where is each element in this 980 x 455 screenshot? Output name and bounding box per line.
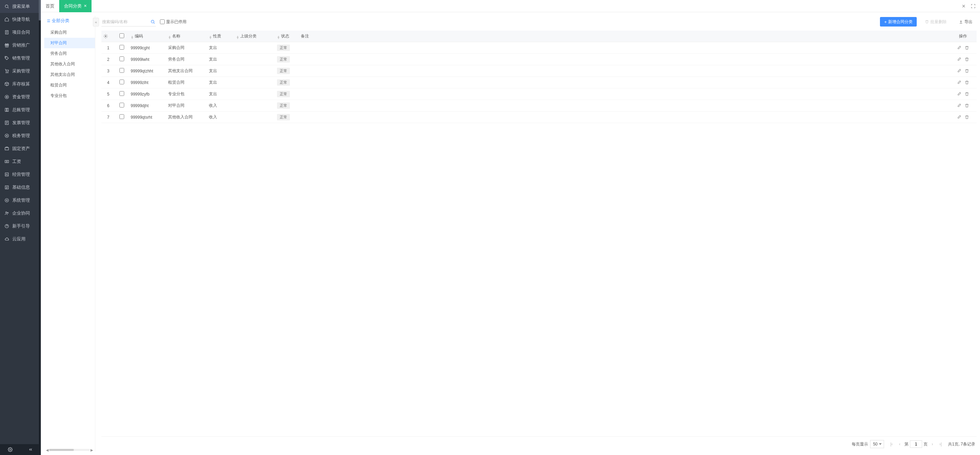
column-settings[interactable] <box>102 31 115 42</box>
sort-icon: ▲▼ <box>130 36 134 39</box>
sidebar-item-2[interactable]: 项目合同 <box>0 26 41 39</box>
edit-button[interactable] <box>957 46 961 50</box>
col-code[interactable]: ▲▼编码 <box>129 31 166 42</box>
category-hscroll[interactable]: ◀ ▶ <box>44 448 95 452</box>
select-all-checkbox[interactable] <box>119 33 124 38</box>
last-page-button[interactable]: ›| <box>937 441 944 447</box>
edit-button[interactable] <box>957 57 961 62</box>
edit-button[interactable] <box>957 92 961 96</box>
cell-status: 正常 <box>275 65 299 77</box>
sidebar-item-12[interactable]: 工资 <box>0 155 41 168</box>
category-item-0[interactable]: 采购合同 <box>44 27 95 38</box>
sidebar-item-label: 经营管理 <box>12 171 30 178</box>
svg-point-21 <box>151 20 154 23</box>
cell-code: 99999zlht <box>129 77 166 89</box>
sidebar-item-16[interactable]: 企业协同 <box>0 207 41 220</box>
col-status[interactable]: ▲▼状态 <box>275 31 299 42</box>
page-size-select[interactable]: 50 <box>870 440 884 448</box>
sidebar-item-3[interactable]: 营销推广 <box>0 39 41 52</box>
row-checkbox[interactable] <box>119 103 124 108</box>
fullscreen-button[interactable] <box>969 2 977 10</box>
category-item-5[interactable]: 租赁合同 <box>44 80 95 90</box>
svg-point-22 <box>105 36 106 37</box>
edit-icon <box>957 80 961 85</box>
delete-button[interactable] <box>965 115 969 119</box>
edit-button[interactable] <box>957 103 961 108</box>
page-input[interactable] <box>910 441 922 448</box>
sidebar-item-0[interactable]: 搜索菜单 <box>0 0 41 13</box>
sidebar-item-8[interactable]: 总账管理 <box>0 103 41 116</box>
sidebar-item-6[interactable]: 库存核算 <box>0 78 41 90</box>
settings-button[interactable] <box>0 444 21 455</box>
category-item-3[interactable]: 其他收入合同 <box>44 59 95 70</box>
delete-button[interactable] <box>965 69 969 73</box>
delete-button[interactable] <box>965 92 969 96</box>
edit-icon <box>957 69 961 73</box>
sidebar-item-5[interactable]: 采购管理 <box>0 65 41 78</box>
edit-icon <box>957 46 961 50</box>
col-nature[interactable]: ▲▼性质 <box>207 31 234 42</box>
tab-0[interactable]: 首页 <box>41 0 59 12</box>
sort-icon: ▲▼ <box>236 36 239 39</box>
col-remark[interactable]: 备注 <box>299 31 950 42</box>
category-item-4[interactable]: 其他支出合同 <box>44 70 95 80</box>
sidebar-item-18[interactable]: 云应用 <box>0 233 41 246</box>
row-checkbox[interactable] <box>119 45 124 50</box>
list-icon: ☰ <box>47 19 50 23</box>
search-input[interactable] <box>102 17 156 27</box>
sidebar-item-4[interactable]: 销售管理 <box>0 52 41 65</box>
edit-button[interactable] <box>957 115 961 119</box>
row-checkbox[interactable] <box>119 91 124 96</box>
sidebar-item-7[interactable]: 资金管理 <box>0 90 41 103</box>
category-item-2[interactable]: 劳务合同 <box>44 48 95 59</box>
row-checkbox[interactable] <box>119 79 124 84</box>
category-item-6[interactable]: 专业分包 <box>44 90 95 101</box>
sidebar-item-14[interactable]: 基础信息 <box>0 181 41 194</box>
sidebar-item-label: 企业协同 <box>12 210 30 216</box>
category-item-1[interactable]: 对甲合同 <box>44 38 95 48</box>
row-checkbox[interactable] <box>119 114 124 119</box>
next-page-button[interactable]: › <box>929 441 936 447</box>
show-disabled-input[interactable] <box>160 19 165 24</box>
close-icon[interactable]: ✕ <box>84 4 87 8</box>
sidebar-item-9[interactable]: 发票管理 <box>0 116 41 129</box>
collapse-panel-button[interactable]: « <box>93 18 99 27</box>
sidebar-item-15[interactable]: 系统管理 <box>0 194 41 207</box>
sidebar-item-17[interactable]: 新手引导 <box>0 220 41 233</box>
row-index: 5 <box>102 89 115 100</box>
export-button[interactable]: 导出 <box>955 17 977 27</box>
delete-button[interactable] <box>965 57 969 62</box>
sidebar-item-10[interactable]: 税务管理 <box>0 129 41 142</box>
scroll-left-icon[interactable]: ◀ <box>46 448 49 452</box>
table-row: 499999zlht租赁合同支出正常 <box>102 77 977 89</box>
cell-remark <box>299 89 950 100</box>
delete-button[interactable] <box>965 80 969 85</box>
collapse-sidebar-button[interactable] <box>21 444 41 455</box>
sidebar-item-11[interactable]: 固定资产 <box>0 142 41 155</box>
delete-button[interactable] <box>965 103 969 108</box>
tab-label: 合同分类 <box>64 3 82 9</box>
edit-button[interactable] <box>957 80 961 85</box>
sidebar-scrollbar[interactable] <box>39 0 41 455</box>
category-all[interactable]: ☰ 全部分类 <box>44 16 95 26</box>
show-disabled-checkbox[interactable]: 显示已停用 <box>160 19 186 25</box>
col-parent[interactable]: ▲▼上级分类 <box>234 31 275 42</box>
search-icon[interactable] <box>150 19 155 24</box>
add-button[interactable]: + 新增合同分类 <box>880 17 917 27</box>
delete-button[interactable] <box>965 46 969 50</box>
batch-delete-button: 批量删除 <box>921 17 951 27</box>
edit-button[interactable] <box>957 69 961 73</box>
show-disabled-label: 显示已停用 <box>166 19 186 25</box>
sidebar-item-13[interactable]: 经营管理 <box>0 168 41 181</box>
tab-1[interactable]: 合同分类✕ <box>59 0 92 12</box>
team-icon <box>4 211 10 216</box>
cell-status: 正常 <box>275 111 299 123</box>
col-name[interactable]: ▲▼名称 <box>166 31 207 42</box>
prev-page-button[interactable]: ‹ <box>896 441 903 447</box>
row-checkbox[interactable] <box>119 68 124 73</box>
sidebar-item-1[interactable]: 快捷导航 <box>0 13 41 26</box>
row-checkbox[interactable] <box>119 57 124 61</box>
scroll-right-icon[interactable]: ▶ <box>90 448 94 452</box>
first-page-button[interactable]: |‹ <box>888 441 895 447</box>
close-tab-button[interactable] <box>959 2 968 10</box>
